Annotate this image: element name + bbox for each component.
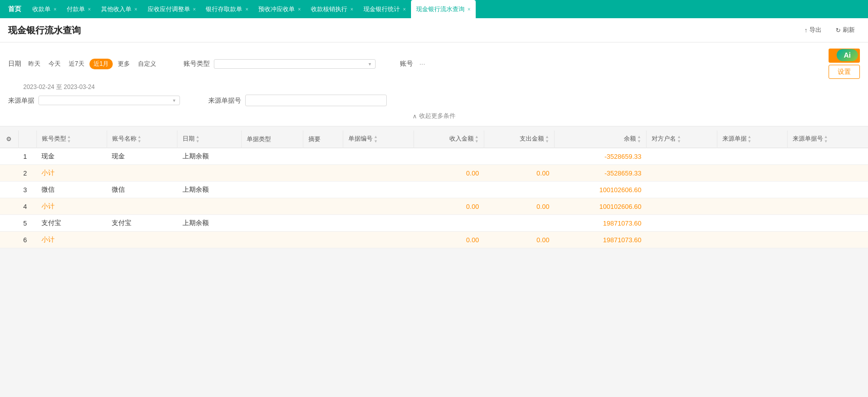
date-custom[interactable]: 自定义 <box>135 59 159 69</box>
chevron-down-icon: ▾ <box>369 61 371 67</box>
source-doc-group: 来源单据 ▾ <box>8 96 180 105</box>
page-header: 现金银行流水查询 ↑ 导出 ↻ 刷新 <box>0 18 868 42</box>
export-button[interactable]: ↑ 导出 <box>799 24 827 36</box>
col-source-doc-no[interactable]: 来源单据号▲▼ <box>787 130 868 148</box>
export-icon: ↑ <box>804 27 807 34</box>
col-date[interactable]: 日期▲▼ <box>177 130 242 148</box>
close-icon[interactable]: × <box>298 7 301 12</box>
table-row: 3微信微信上期余额100102606.60 <box>0 182 868 198</box>
ai-badge[interactable]: Ai <box>837 49 858 61</box>
source-doc-select[interactable]: ▾ <box>38 96 180 105</box>
close-icon[interactable]: × <box>193 7 196 12</box>
close-icon[interactable]: × <box>54 7 57 12</box>
nav-tab-8[interactable]: 现金银行流水查询 × <box>411 0 476 18</box>
collapse-icon: ∧ <box>413 113 417 120</box>
date-7days[interactable]: 近7天 <box>66 59 87 69</box>
close-icon[interactable]: × <box>134 7 138 12</box>
table-header-row: ⚙ 账号类型▲▼ 账号名称▲▼ 日期▲▼ 单据类型 摘要 单据编号▲▼ 收入金额… <box>0 130 868 148</box>
nav-tab-2[interactable]: 其他收入单 × <box>96 0 143 18</box>
collapse-row: ∧ 收起更多条件 <box>8 110 860 122</box>
account-type-label: 账号类型 <box>184 59 210 68</box>
col-doc-no[interactable]: 单据编号▲▼ <box>343 130 414 148</box>
table-row: 6小计0.000.0019871073.60 <box>0 232 868 248</box>
nav-tab-5[interactable]: 预收冲应收单 × <box>253 0 306 18</box>
refresh-button[interactable]: ↻ 刷新 <box>831 24 860 36</box>
filter-area: 日期 昨天 今天 近7天 近1月 更多 自定义 账号类型 ▾ 账号 ··· <box>0 42 868 126</box>
date-more[interactable]: 更多 <box>115 59 133 69</box>
nav-tab-3[interactable]: 应收应付调整单 × <box>143 0 201 18</box>
nav-tab-7[interactable]: 现金银行统计 × <box>358 0 411 18</box>
nav-tab-4[interactable]: 银行存取款单 × <box>201 0 253 18</box>
page-title: 现金银行流水查询 <box>8 24 81 36</box>
close-icon[interactable]: × <box>88 7 91 12</box>
settings-button[interactable]: 设置 <box>829 65 860 79</box>
filter-row-1: 日期 昨天 今天 近7天 近1月 更多 自定义 账号类型 ▾ 账号 ··· <box>8 49 860 79</box>
col-account-type[interactable]: 账号类型▲▼ <box>36 130 107 148</box>
top-nav: 首页 收款单 × 付款单 × 其他收入单 × 应收应付调整单 × 银行存取款单 … <box>0 0 868 18</box>
col-account-name[interactable]: 账号名称▲▼ <box>107 130 177 148</box>
filter-row-2: 来源单据 ▾ 来源单据号 <box>8 95 860 106</box>
account-type-select[interactable]: ▾ <box>214 59 376 69</box>
col-income[interactable]: 收入金额▲▼ <box>414 130 484 148</box>
account-label: 账号 <box>400 59 413 68</box>
close-icon[interactable]: × <box>350 7 353 12</box>
close-icon[interactable]: × <box>403 7 406 12</box>
col-gear[interactable]: ⚙ <box>0 130 18 148</box>
close-icon[interactable]: × <box>245 7 248 12</box>
date-range-text: 2023-02-24 至 2023-03-24 <box>23 83 95 91</box>
date-today[interactable]: 今天 <box>45 59 64 69</box>
date-label: 日期 <box>8 59 21 68</box>
table-row: 4小计0.000.00100102606.60 <box>0 198 868 215</box>
table-row: 2小计0.000.00-3528659.33 <box>0 165 868 182</box>
date-1month[interactable]: 近1月 <box>89 59 113 69</box>
date-shortcuts: 昨天 今天 近7天 近1月 更多 自定义 <box>25 59 159 69</box>
col-summary: 摘要 <box>303 130 343 148</box>
col-expense[interactable]: 支出金额▲▼ <box>484 130 554 148</box>
account-more-icon[interactable]: ··· <box>417 60 427 68</box>
account-group: 账号 ··· <box>400 59 427 68</box>
collapse-button[interactable]: ∧ 收起更多条件 <box>406 110 462 122</box>
refresh-icon: ↻ <box>836 27 841 34</box>
date-filter-group: 日期 昨天 今天 近7天 近1月 更多 自定义 <box>8 59 159 69</box>
data-table: ⚙ 账号类型▲▼ 账号名称▲▼ 日期▲▼ 单据类型 摘要 单据编号▲▼ 收入金额… <box>0 130 868 248</box>
header-actions: ↑ 导出 ↻ 刷新 <box>799 24 860 36</box>
col-source-doc[interactable]: 来源单据▲▼ <box>717 130 787 148</box>
account-type-group: 账号类型 ▾ <box>184 59 376 69</box>
source-doc-label: 来源单据 <box>8 96 34 105</box>
source-doc-no-label: 来源单据号 <box>208 96 241 105</box>
source-doc-no-group: 来源单据号 <box>208 95 387 106</box>
date-yesterday[interactable]: 昨天 <box>25 59 43 69</box>
col-counterparty[interactable]: 对方户名▲▼ <box>647 130 717 148</box>
nav-tab-0[interactable]: 收款单 × <box>27 0 62 18</box>
table-row: 5支付宝支付宝上期余额19871073.60 <box>0 215 868 232</box>
source-doc-no-input[interactable] <box>245 95 387 106</box>
table-row: 1现金现金上期余额-3528659.33 <box>0 148 868 165</box>
col-doc-type: 单据类型 <box>242 130 303 148</box>
col-balance[interactable]: 余额▲▼ <box>555 130 647 148</box>
close-icon[interactable]: × <box>468 7 471 12</box>
col-index <box>18 130 36 148</box>
chevron-down-icon: ▾ <box>173 98 175 103</box>
nav-tab-1[interactable]: 付款单 × <box>62 0 96 18</box>
table-container: ⚙ 账号类型▲▼ 账号名称▲▼ 日期▲▼ 单据类型 摘要 单据编号▲▼ 收入金额… <box>0 130 868 248</box>
nav-home[interactable]: 首页 <box>2 5 27 14</box>
nav-tab-6[interactable]: 收款核销执行 × <box>306 0 358 18</box>
